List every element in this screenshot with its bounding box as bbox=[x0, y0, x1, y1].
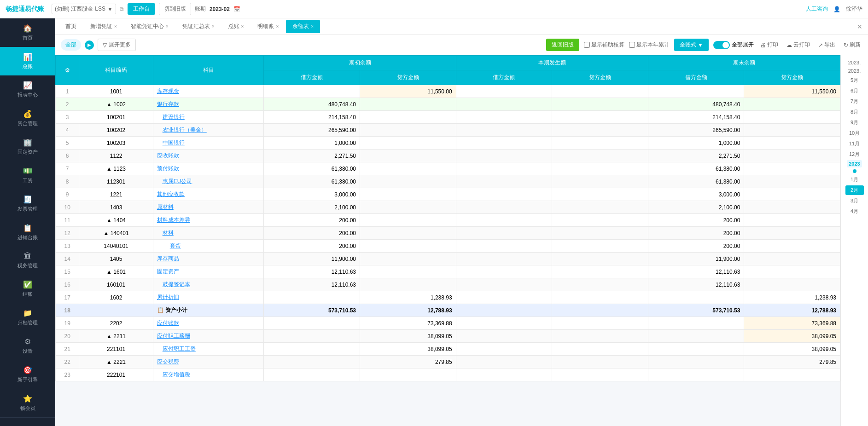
row-subject[interactable]: 应付账款 bbox=[153, 317, 264, 330]
th-code: 科目编码 bbox=[79, 56, 153, 85]
tab-balance-close[interactable]: × bbox=[311, 24, 314, 29]
row-subject[interactable]: 库存商品 bbox=[153, 253, 264, 265]
row-subject[interactable]: 应收账款 bbox=[153, 150, 264, 162]
full-style-button[interactable]: 全账式 ▼ bbox=[674, 39, 709, 51]
row-subject[interactable]: 应付职工工资 bbox=[153, 343, 264, 356]
cloud-print-button[interactable]: ☁ 云打印 bbox=[785, 40, 812, 50]
tab-bar: 首页 新增凭证 × 智能凭证中心 × 凭证汇总表 × 总账 × 明细账 × bbox=[55, 18, 868, 35]
toolbar-right: 返回旧版 显示辅助核算 显示本年累计 全账式 ▼ bbox=[546, 39, 862, 51]
consultant-btn[interactable]: 人工咨询 bbox=[806, 5, 828, 13]
tab-general-ledger-close[interactable]: × bbox=[241, 24, 244, 29]
row-subject[interactable]: 应付职工薪酬 bbox=[153, 330, 264, 343]
show-ytd-input[interactable] bbox=[629, 42, 635, 48]
month-4[interactable]: 4月 bbox=[845, 207, 864, 216]
row-code: ▲ 2211 bbox=[79, 330, 153, 343]
workbench-button[interactable]: 工作台 bbox=[128, 3, 155, 15]
row-num: 8 bbox=[56, 175, 79, 188]
sidebar-item-reports[interactable]: 📈 报表中心 bbox=[0, 75, 55, 104]
row-curr-debit bbox=[456, 214, 552, 227]
row-subject[interactable]: 原材料 bbox=[153, 201, 264, 214]
row-subject[interactable]: 套蛋 bbox=[153, 240, 264, 253]
switch-old-button[interactable]: 切到旧版 bbox=[159, 3, 191, 15]
filter-all-label: 全部 bbox=[65, 41, 76, 49]
row-subject[interactable]: 累计折旧 bbox=[153, 291, 264, 304]
tab-new-voucher-close[interactable]: × bbox=[114, 24, 117, 29]
sidebar-item-archive[interactable]: 📁 归档管理 bbox=[0, 303, 55, 332]
row-subject[interactable]: 其他应收款 bbox=[153, 188, 264, 201]
tab-bar-close-icon[interactable]: ✕ bbox=[855, 21, 864, 32]
month-9[interactable]: 9月 bbox=[845, 118, 864, 127]
toggle-switch[interactable] bbox=[713, 41, 730, 49]
row-code: 2202 bbox=[79, 317, 153, 330]
return-old-button[interactable]: 返回旧版 bbox=[546, 39, 579, 51]
month-1[interactable]: 1月 bbox=[845, 175, 864, 184]
row-subject[interactable]: 库存现金 bbox=[153, 85, 264, 98]
sidebar-item-capital[interactable]: 💰 资金管理 bbox=[0, 104, 55, 132]
company-selector[interactable]: (勿删) 江西股金-LSS ▼ bbox=[52, 4, 116, 14]
month-8[interactable]: 8月 bbox=[845, 107, 864, 117]
copy-icon[interactable]: ⧉ bbox=[120, 6, 124, 12]
row-subject[interactable]: 预付账款 bbox=[153, 162, 264, 175]
row-end-debit bbox=[648, 85, 744, 98]
show-aux-input[interactable] bbox=[584, 42, 590, 48]
sidebar-item-home[interactable]: 🏠 首页 bbox=[0, 18, 55, 47]
month-10[interactable]: 10月 bbox=[845, 128, 864, 138]
expand-more-button[interactable]: ▽ 展开更多 bbox=[98, 39, 136, 51]
row-subject[interactable]: 固定资产 bbox=[153, 265, 264, 278]
tab-smart-voucher[interactable]: 智能凭证中心 × bbox=[124, 20, 175, 33]
month-6[interactable]: 6月 bbox=[845, 86, 864, 96]
row-num: 13 bbox=[56, 240, 79, 253]
sidebar-item-assets[interactable]: 🏢 固定资产 bbox=[0, 132, 55, 161]
sidebar-item-ledger[interactable]: 📊 总账 bbox=[0, 47, 55, 75]
sidebar-item-closing[interactable]: ✅ 结账 bbox=[0, 275, 55, 303]
row-period-credit bbox=[360, 201, 456, 214]
sidebar-item-member[interactable]: ⭐ 畅会员 bbox=[0, 389, 55, 417]
row-subject[interactable]: 建设银行 bbox=[153, 111, 264, 124]
row-period-debit: 573,710.53 bbox=[264, 304, 360, 317]
sidebar-item-salary[interactable]: 💵 工资 bbox=[0, 161, 55, 190]
calendar-icon[interactable]: 📅 bbox=[233, 6, 240, 12]
print-button[interactable]: 🖨 打印 bbox=[758, 40, 780, 50]
month-11[interactable]: 11月 bbox=[845, 139, 864, 149]
export-button[interactable]: ↗ 导出 bbox=[816, 40, 837, 50]
row-subject[interactable]: 农业银行（美金） bbox=[153, 124, 264, 137]
refresh-button[interactable]: ↻ 刷新 bbox=[842, 40, 862, 50]
tab-smart-voucher-close[interactable]: × bbox=[166, 24, 169, 29]
tab-voucher-summary-close[interactable]: × bbox=[212, 24, 215, 29]
tab-home[interactable]: 首页 bbox=[59, 20, 83, 33]
row-subject[interactable]: 材料 bbox=[153, 227, 264, 240]
tab-detail-ledger[interactable]: 明细账 × bbox=[251, 20, 285, 33]
sidebar-item-purchase[interactable]: 📋 进销台账 bbox=[0, 218, 55, 247]
tab-balance[interactable]: 余额表 × bbox=[286, 20, 320, 33]
row-period-credit bbox=[360, 150, 456, 162]
row-subject[interactable]: 材料成本差异 bbox=[153, 214, 264, 227]
month-2-active[interactable]: 2月 bbox=[845, 185, 864, 195]
row-end-credit: 11,550.00 bbox=[744, 85, 840, 98]
tab-voucher-summary[interactable]: 凭证汇总表 × bbox=[176, 20, 221, 33]
row-subject[interactable]: 应交税费 bbox=[153, 356, 264, 368]
show-aux-checkbox[interactable]: 显示辅助核算 bbox=[584, 41, 624, 49]
row-subject[interactable]: 中国银行 bbox=[153, 137, 264, 150]
month-5[interactable]: 5月 bbox=[845, 75, 864, 85]
sidebar-item-tax[interactable]: 🏛 税务管理 bbox=[0, 247, 55, 275]
filter-all[interactable]: 全部 bbox=[61, 39, 81, 51]
sidebar-item-invoice[interactable]: 🧾 发票管理 bbox=[0, 190, 55, 218]
expand-all-toggle[interactable]: 全部展开 bbox=[713, 41, 754, 49]
sidebar-item-guide[interactable]: 🎯 新手引导 bbox=[0, 360, 55, 389]
tab-general-ledger[interactable]: 总账 × bbox=[222, 20, 250, 33]
filter-arrow-btn[interactable]: ▶ bbox=[85, 40, 94, 50]
unpin-button[interactable]: ◀◀ 取消固定 bbox=[0, 421, 55, 426]
row-subject[interactable]: 鼓提签记本 bbox=[153, 278, 264, 291]
tab-new-voucher[interactable]: 新增凭证 × bbox=[84, 20, 123, 33]
month-12[interactable]: 12月 bbox=[845, 150, 864, 159]
sidebar-item-settings[interactable]: ⚙ 设置 bbox=[0, 332, 55, 360]
row-subject[interactable]: 银行存款 bbox=[153, 98, 264, 111]
tab-detail-ledger-close[interactable]: × bbox=[276, 24, 279, 29]
row-subject[interactable]: 应交增值税 bbox=[153, 368, 264, 381]
month-3[interactable]: 3月 bbox=[845, 196, 864, 206]
month-7[interactable]: 7月 bbox=[845, 97, 864, 106]
row-subject[interactable]: 惠属EU公司 bbox=[153, 175, 264, 188]
show-ytd-checkbox[interactable]: 显示本年累计 bbox=[629, 41, 670, 49]
row-curr-debit bbox=[456, 304, 552, 317]
tab-general-ledger-label: 总账 bbox=[228, 23, 239, 30]
